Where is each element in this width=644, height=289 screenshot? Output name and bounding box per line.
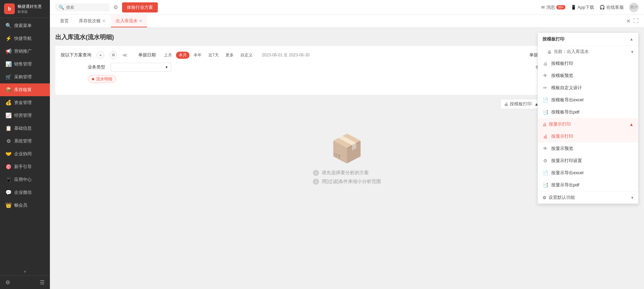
dp-header: 按模板打印 ▲ bbox=[538, 33, 638, 46]
dp-display-item-icon: ⚙ bbox=[543, 158, 548, 163]
dp-item-icon: ✏ bbox=[543, 85, 548, 90]
dp-header-right: ▲ bbox=[630, 37, 634, 42]
logo-text: 畅捷通好生意 标准版 bbox=[18, 4, 42, 14]
inventory-icon: 📦 bbox=[5, 87, 11, 93]
topbar-gear-icon[interactable]: ⚙ bbox=[113, 4, 118, 10]
dp-current-arrow-icon: ▾ bbox=[631, 49, 634, 54]
tab-出入库流水[interactable]: 出入库流水✕ bbox=[111, 15, 147, 27]
sidebar-item-marketing[interactable]: 📢营销推广 bbox=[0, 45, 50, 58]
tab-首页[interactable]: 首页 bbox=[55, 15, 74, 27]
date-tab-更多[interactable]: 更多 bbox=[223, 52, 236, 59]
date-tab-近7天[interactable]: 近7天 bbox=[206, 52, 222, 59]
user-avatar[interactable]: 用户 bbox=[629, 3, 639, 12]
dp-chevron-up-icon[interactable]: ▲ bbox=[630, 37, 634, 42]
date-range: 2023-06-01 至 2023-06-30 bbox=[262, 52, 310, 58]
dp-title: 按模板打印 bbox=[543, 36, 564, 42]
dp-display-item-icon: 🖨 bbox=[543, 134, 548, 139]
sidebar-item-guide[interactable]: 🎯新手引导 bbox=[0, 160, 50, 173]
flow-detail-tag[interactable]: ● 流水明细 bbox=[88, 75, 116, 83]
settings-icon[interactable]: ⚙ bbox=[5, 279, 10, 286]
tab-close-出入库流水[interactable]: ✕ bbox=[139, 19, 142, 23]
date-tab-本月[interactable]: 本月 bbox=[176, 52, 189, 59]
sidebar-item-quick-nav[interactable]: ⚡快捷导航 bbox=[0, 32, 50, 45]
sidebar-item-operations[interactable]: 📈经营管理 bbox=[0, 109, 50, 122]
dp-template-items: 🖨按模板打印👁按模板预览✏模板自定义设计📄按模板导出excel📑按模板导出pdf bbox=[538, 57, 638, 118]
date-tab-上月[interactable]: 上月 bbox=[161, 52, 175, 59]
print-dropdown-panel: 按模板打印 ▲ 🖨 当前：出入库流水 ▾ 🖨按模板打印👁按模板预览✏模板自定义设… bbox=[537, 32, 639, 204]
sidebar-item-inventory[interactable]: 📦库存核算 bbox=[0, 83, 50, 96]
dp-template-按模板导出excel[interactable]: 📄按模板导出excel bbox=[538, 94, 638, 106]
app-download-btn[interactable]: 📱 App下载 bbox=[571, 4, 594, 10]
dp-item-icon: 👁 bbox=[543, 73, 548, 78]
biz-type-dropdown[interactable]: ▾ bbox=[111, 63, 171, 72]
sidebar-item-sales[interactable]: 📊销售管理 bbox=[0, 58, 50, 71]
dp-template-按模板导出pdf[interactable]: 📑按模板导出pdf bbox=[538, 106, 638, 118]
dp-item-icon: 📑 bbox=[543, 109, 548, 115]
marketing-icon: 📢 bbox=[5, 48, 11, 54]
sidebar-item-wechat[interactable]: 💬企业微信 bbox=[0, 186, 50, 199]
print-icon: 🖨 bbox=[504, 102, 508, 107]
dp-display-按显示预览[interactable]: 👁按显示预览 bbox=[538, 142, 638, 155]
dp-display-section[interactable]: 🖨 按显示打印 ▲ bbox=[538, 118, 638, 130]
search-input[interactable] bbox=[66, 5, 106, 10]
empty-step-1: 1 请先选择要分析的方案 bbox=[313, 170, 381, 176]
vip-icon: 👑 bbox=[5, 202, 11, 208]
dp-display-item-icon: 📑 bbox=[543, 182, 548, 188]
tab-库存批次账[interactable]: 库存批次账✕ bbox=[74, 15, 110, 27]
finance-icon: 💰 bbox=[5, 100, 11, 106]
guide-icon: 🎯 bbox=[5, 164, 11, 170]
menu-collapse-icon[interactable]: ☰ bbox=[40, 279, 45, 286]
sales-icon: 📊 bbox=[5, 61, 11, 67]
tab-close-库存批次账[interactable]: ✕ bbox=[102, 19, 106, 23]
service-btn[interactable]: 🎧 在线客服 bbox=[599, 4, 624, 10]
filter-collapse-btn[interactable]: ≪ bbox=[122, 52, 127, 58]
tab-expand-icon[interactable]: ⛶ bbox=[633, 18, 639, 24]
sidebar-bottom: ⚙ ☰ bbox=[0, 275, 50, 289]
sidebar-item-purchase[interactable]: 🛒采购管理 bbox=[0, 71, 50, 83]
dp-template-按模板打印[interactable]: 🖨按模板打印 bbox=[538, 57, 638, 70]
filter-settings-btn[interactable]: ⚙ bbox=[110, 51, 117, 59]
dp-display-item-icon: 👁 bbox=[543, 146, 548, 151]
trial-btn[interactable]: 体验行业方案 bbox=[122, 2, 158, 12]
wechat-icon: 💬 bbox=[5, 189, 11, 195]
tabs-bar-right: ✕ ⛶ bbox=[626, 18, 639, 24]
dp-item-icon: 🖨 bbox=[543, 61, 548, 66]
sidebar-item-finance[interactable]: 💰资金管理 bbox=[0, 96, 50, 109]
tab-close-all-icon[interactable]: ✕ bbox=[626, 18, 631, 24]
sidebar-item-system[interactable]: ⚙系统管理 bbox=[0, 135, 50, 148]
operations-icon: 📈 bbox=[5, 112, 11, 119]
sidebar-item-apps[interactable]: 📱应用中心 bbox=[0, 173, 50, 186]
dp-display-按显示打印[interactable]: 🖨按显示打印 bbox=[538, 130, 638, 142]
sidebar-nav: 🔍搜索菜单⚡快捷导航📢营销推广📊销售管理🛒采购管理📦库存核算💰资金管理📈经营管理… bbox=[0, 18, 50, 268]
quick-nav-icon: ⚡ bbox=[5, 35, 11, 42]
purchase-icon: 🛒 bbox=[5, 74, 11, 80]
dp-display-按显示导出pdf[interactable]: 📑按显示导出pdf bbox=[538, 179, 638, 191]
dp-display-按显示导出excel[interactable]: 📄按显示导出excel bbox=[538, 167, 638, 179]
message-btn[interactable]: ✉ 消息 99+ bbox=[541, 4, 565, 10]
sidebar-item-collab[interactable]: 🤝企业协同 bbox=[0, 148, 50, 160]
sidebar-scroll-down[interactable]: ▼ bbox=[0, 268, 50, 275]
print-template-btn[interactable]: 🖨 按模板打印 ▲ bbox=[500, 99, 543, 109]
date-tab-自定义[interactable]: 自定义 bbox=[238, 52, 255, 59]
dp-display-按显示打印设置[interactable]: ⚙按显示打印设置 bbox=[538, 155, 638, 167]
tag-dot-icon: ● bbox=[91, 76, 95, 82]
message-icon: ✉ bbox=[541, 5, 545, 10]
search-box: 🔍 bbox=[55, 3, 109, 11]
dp-footer-arrow-icon: ▾ bbox=[631, 195, 634, 200]
page-content: 出入库流水(流水明细) 按以下方案查询 + ⚙ ≪ 单据日期 上月本月本年近7天… bbox=[50, 28, 644, 289]
dp-template-按模板预览[interactable]: 👁按模板预览 bbox=[538, 70, 638, 82]
search-icon: 🔍 bbox=[5, 23, 11, 29]
filter-add-btn[interactable]: + bbox=[97, 51, 104, 59]
biz-type-label: 业务类型 bbox=[88, 64, 105, 70]
date-tab-本年[interactable]: 本年 bbox=[191, 52, 204, 59]
date-label: 单据日期 bbox=[138, 52, 156, 58]
dp-template-模板自定义设计[interactable]: ✏模板自定义设计 bbox=[538, 82, 638, 94]
dp-footer[interactable]: ⚙ 设置默认功能 ▾ bbox=[538, 191, 638, 204]
sidebar-item-vip[interactable]: 👑畅会员 bbox=[0, 199, 50, 212]
sidebar-logo: b 畅捷通好生意 标准版 bbox=[0, 0, 50, 18]
sidebar-item-basic[interactable]: 📋基础信息 bbox=[0, 122, 50, 135]
search-icon: 🔍 bbox=[59, 5, 64, 10]
dp-current[interactable]: 🖨 当前：出入库流水 ▾ bbox=[538, 46, 638, 57]
sidebar-item-search[interactable]: 🔍搜索菜单 bbox=[0, 19, 50, 32]
date-tabs: 上月本月本年近7天更多自定义 bbox=[161, 52, 255, 59]
